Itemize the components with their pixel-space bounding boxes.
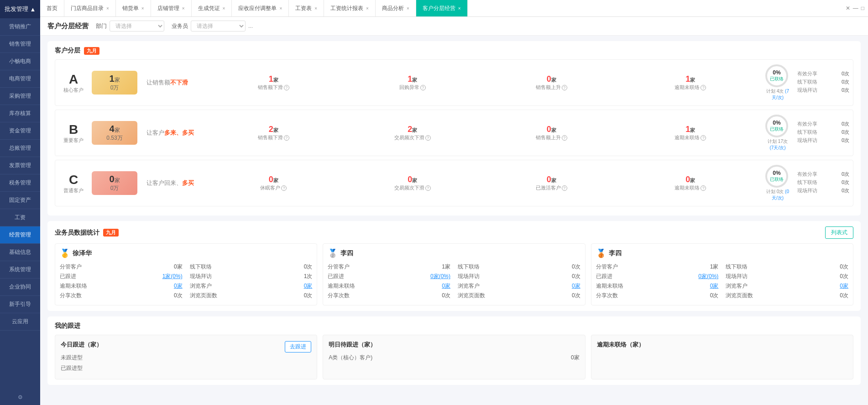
- tier-letter: B: [61, 122, 86, 137]
- list-view-button[interactable]: 列表式: [825, 226, 853, 239]
- tier-count-box[interactable]: 4家0.53万: [92, 121, 137, 145]
- sidebar-item-系统管理[interactable]: 系统管理: [0, 261, 40, 279]
- sidebar-item-库存核算[interactable]: 库存核算: [0, 105, 40, 122]
- dept-select[interactable]: 请选择: [110, 21, 164, 32]
- sidebar-item-税务管理[interactable]: 税务管理: [0, 174, 40, 192]
- tier-count-box[interactable]: 0家0万: [92, 171, 137, 195]
- sidebar: 批发管理 ▲ 营销推广销售管理小畅电商电商管理采购管理库存核算资金管理总账管理发…: [0, 0, 40, 405]
- tier-stats: 1家销售额下滑 ?1家回购异常 ?0家销售额上升 ?1家逾期未联络 ?: [202, 72, 762, 94]
- staff-section-header: 业务员数据统计 九月 列表式: [55, 226, 853, 239]
- staff-stat-label: 分享次数: [60, 292, 82, 300]
- info-icon[interactable]: ?: [562, 85, 567, 90]
- staff-stat-value[interactable]: 1家(0%): [162, 273, 183, 280]
- sidebar-item-资金管理[interactable]: 资金管理: [0, 122, 40, 140]
- tab-close-icon[interactable]: ×: [366, 6, 369, 11]
- tier-letter: A: [61, 72, 86, 87]
- more-options[interactable]: ...: [248, 23, 253, 29]
- staff-name: 李四: [609, 249, 622, 258]
- tier-amount: 0万: [96, 184, 133, 192]
- sidebar-item-电商管理[interactable]: 电商管理: [0, 70, 40, 88]
- staff-stat-value[interactable]: 0家(0%): [698, 273, 718, 280]
- sidebar-item-小畅电商[interactable]: 小畅电商: [0, 53, 40, 70]
- tab-close-icon[interactable]: ×: [141, 6, 144, 11]
- tab-close-icon[interactable]: ×: [106, 6, 109, 11]
- tab-close-icon[interactable]: ×: [182, 6, 185, 11]
- staff-stat-value[interactable]: 0家: [442, 282, 450, 290]
- stat-number: 1家: [347, 74, 479, 84]
- info-icon[interactable]: ?: [284, 135, 289, 141]
- tier-row-B: B重要客户4家0.53万让客户多来、多买2家销售额下滑 ?2家交易频次下滑 ?0…: [55, 110, 853, 156]
- tab-close-icon[interactable]: ×: [458, 6, 461, 11]
- tab-应收应付调整单[interactable]: 应收应付调整单×: [232, 0, 289, 16]
- tier-slogan: 让销售额不下滑: [143, 79, 202, 87]
- stat-label: 销售额下滑 ?: [208, 134, 340, 141]
- tab-首页[interactable]: 首页: [40, 0, 64, 16]
- follow-row: 已跟进型: [61, 363, 311, 373]
- gear-icon: ⚙: [18, 394, 23, 400]
- tab-工资表[interactable]: 工资表×: [289, 0, 324, 16]
- follow-card-0: 今日跟进（家）去跟进未跟进型已跟进型: [55, 335, 317, 379]
- sidebar-item-采购管理[interactable]: 采购管理: [0, 88, 40, 105]
- sidebar-item-发票管理[interactable]: 发票管理: [0, 157, 40, 174]
- right-stat-label: 现场拜访: [797, 187, 817, 194]
- sidebar-item-新手引导[interactable]: 新手引导: [0, 296, 40, 313]
- staff-stat-label: 逾期未联络: [60, 282, 87, 290]
- staff-select[interactable]: 请选择: [191, 21, 246, 32]
- tab-生成凭证[interactable]: 生成凭证×: [192, 0, 232, 16]
- info-icon[interactable]: ?: [701, 135, 706, 141]
- sidebar-item-经营管理[interactable]: 经营管理: [0, 226, 40, 244]
- follow-card-title: 今日跟进（家）: [61, 341, 102, 349]
- tab-label: 商品分析: [382, 5, 404, 12]
- staff-stat-value[interactable]: 0家: [572, 282, 580, 290]
- staff-stat-value[interactable]: 0家: [710, 282, 719, 290]
- tab-销货单[interactable]: 销货单×: [116, 0, 151, 16]
- tab-close-icon[interactable]: ×: [314, 6, 317, 11]
- sidebar-top-button[interactable]: 批发管理 ▲: [0, 0, 40, 18]
- tab-商品分析[interactable]: 商品分析×: [376, 0, 416, 16]
- tab-客户分层经营[interactable]: 客户分层经营×: [416, 0, 468, 16]
- tier-count-box[interactable]: 1家0万: [92, 71, 137, 95]
- sidebar-item-基础信息[interactable]: 基础信息: [0, 244, 40, 261]
- info-icon[interactable]: ?: [701, 85, 706, 90]
- tab-close-icon[interactable]: ×: [407, 6, 409, 11]
- tab-店铺管理[interactable]: 店铺管理×: [151, 0, 192, 16]
- sidebar-item-固定资产[interactable]: 固定资产: [0, 192, 40, 209]
- info-icon[interactable]: ?: [562, 135, 567, 141]
- tab-close-icon[interactable]: ×: [279, 6, 282, 11]
- staff-stat-label: 浏览页面数: [190, 292, 217, 300]
- restore-icon[interactable]: □: [861, 5, 864, 11]
- staff-stat-value[interactable]: 0家: [174, 282, 183, 290]
- stat-label: 回购异常 ?: [347, 84, 479, 91]
- staff-header: 🥉李四: [596, 248, 848, 258]
- staff-stat-value[interactable]: 0家: [840, 282, 848, 290]
- right-stat-row: 有效分享0次: [797, 70, 849, 77]
- info-icon[interactable]: ?: [420, 85, 426, 90]
- tab-label: 店铺管理: [157, 5, 179, 12]
- tab-label: 首页: [47, 5, 58, 12]
- info-icon[interactable]: ?: [562, 185, 567, 191]
- info-icon[interactable]: ?: [284, 85, 289, 90]
- sidebar-item-工资[interactable]: 工资: [0, 209, 40, 226]
- staff-stat-row: 线下联络0次: [190, 262, 313, 272]
- sidebar-item-总账管理[interactable]: 总账管理: [0, 140, 40, 157]
- info-icon[interactable]: ?: [281, 185, 287, 191]
- close-all-icon[interactable]: ✕: [846, 5, 850, 11]
- circle-bg: 0% 已联络: [765, 64, 788, 87]
- staff-stat-label: 浏览客户: [726, 282, 748, 290]
- tab-close-icon[interactable]: ×: [223, 6, 225, 11]
- sidebar-item-云应用[interactable]: 云应用: [0, 313, 40, 331]
- tab-门店商品目录[interactable]: 门店商品目录×: [64, 0, 116, 16]
- staff-stat-value[interactable]: 0家: [304, 282, 313, 290]
- staff-stat-label: 已跟进: [60, 273, 76, 280]
- sidebar-item-企业协同[interactable]: 企业协同: [0, 279, 40, 296]
- sidebar-item-营销推广[interactable]: 营销推广: [0, 18, 40, 36]
- tab-工资统计报表[interactable]: 工资统计报表×: [324, 0, 376, 16]
- sidebar-item-销售管理[interactable]: 销售管理: [0, 36, 40, 53]
- follow-action-button[interactable]: 去跟进: [285, 341, 311, 352]
- settings-button[interactable]: ⚙: [0, 389, 40, 405]
- info-icon[interactable]: ?: [701, 185, 706, 191]
- info-icon[interactable]: ?: [425, 185, 431, 191]
- staff-stat-value[interactable]: 0家(0%): [430, 273, 450, 280]
- minimize-icon[interactable]: —: [853, 5, 858, 11]
- info-icon[interactable]: ?: [425, 135, 431, 141]
